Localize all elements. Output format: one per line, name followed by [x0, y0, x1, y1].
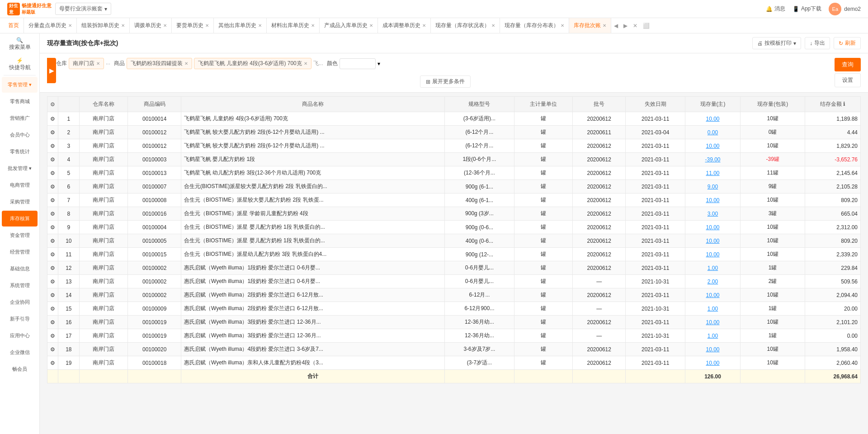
close-icon[interactable]: ✕ — [422, 23, 426, 28]
sidebar-item-marketing[interactable]: 营销推广 — [2, 110, 38, 126]
row-settings[interactable]: ⚙ — [47, 248, 58, 261]
row-settings[interactable]: ⚙ — [47, 180, 58, 193]
row-stock-main[interactable]: 9.00 — [685, 180, 740, 193]
filter-expand-btn[interactable]: ▶ — [47, 58, 56, 83]
sidebar-item-enterprise[interactable]: 企业协同 — [2, 294, 38, 310]
tab-home[interactable]: 首页 — [4, 18, 24, 33]
product-tag-2[interactable]: 飞鹤星飞帆 儿童奶粉 4段(3-6岁适用) 700克 ✕ — [194, 58, 311, 69]
tab-其他出库[interactable]: 其他出库单历史 ✕ — [214, 18, 267, 33]
nav-maximize-icon[interactable]: ⬜ — [640, 23, 652, 29]
product-remove-icon-2[interactable]: ✕ — [304, 61, 307, 66]
sidebar-item-member2[interactable]: 畅会员 — [2, 361, 38, 377]
sidebar-item-retail-stats[interactable]: 零售统计 — [2, 144, 38, 160]
sidebar-item-member[interactable]: 会员中心 — [2, 127, 38, 143]
row-settings[interactable]: ⚙ — [47, 221, 58, 234]
tab-材料出库[interactable]: 材料出库单历史 ✕ — [267, 18, 320, 33]
warehouse-remove-icon[interactable]: ✕ — [96, 61, 100, 66]
sidebar-item-wholesale[interactable]: 批发管理 ▾ — [2, 160, 38, 176]
sidebar-item-ecommerce[interactable]: 电商管理 — [2, 177, 38, 193]
refresh-btn[interactable]: ↻ 刷新 — [834, 37, 861, 49]
nav-prev-arrow[interactable]: ◀ — [611, 23, 621, 29]
close-icon[interactable]: ✕ — [491, 23, 495, 28]
expand-conditions-btn[interactable]: ⊞ 展开更多条件 — [420, 75, 471, 88]
close-icon[interactable]: ✕ — [205, 23, 209, 28]
color-dropdown-icon[interactable]: ▾ — [377, 61, 380, 67]
row-settings[interactable]: ⚙ — [47, 234, 58, 248]
row-settings[interactable]: ⚙ — [47, 302, 58, 316]
row-stock-main[interactable]: 10.00 — [685, 248, 740, 261]
close-icon[interactable]: ✕ — [121, 23, 125, 28]
row-settings[interactable]: ⚙ — [47, 316, 58, 329]
close-icon[interactable]: ✕ — [561, 23, 564, 28]
nav-next-arrow[interactable]: ▶ — [621, 23, 630, 29]
warehouse-tag[interactable]: 南岸门店 ✕ — [69, 58, 104, 69]
tab-要货单[interactable]: 要货单历史 ✕ — [172, 18, 214, 33]
row-settings[interactable]: ⚙ — [47, 153, 58, 166]
row-settings[interactable]: ⚙ — [47, 356, 58, 370]
close-icon[interactable]: ✕ — [68, 23, 72, 28]
messages-btn[interactable]: 🔔 消息 — [766, 5, 785, 13]
row-settings[interactable]: ⚙ — [47, 343, 58, 356]
sidebar-item-guide[interactable]: 新手引导 — [2, 311, 38, 327]
row-settings[interactable]: ⚙ — [47, 275, 58, 288]
sidebar-item-wechat[interactable]: 企业微信 — [2, 344, 38, 360]
nav-close-all-btn[interactable]: ✕ — [630, 23, 640, 29]
app-download-btn[interactable]: 📱 App下载 — [793, 5, 821, 13]
close-icon[interactable]: ✕ — [163, 23, 167, 28]
tab-组装拆卸[interactable]: 组装拆卸单历史 ✕ — [77, 18, 130, 33]
product-more[interactable]: 飞... — [313, 60, 323, 67]
row-stock-main[interactable]: -39.00 — [685, 153, 740, 166]
row-settings[interactable]: ⚙ — [47, 329, 58, 343]
sidebar-item-retail-mgmt[interactable]: 零售管理 ▾ — [2, 77, 38, 93]
setting-btn[interactable]: 设置 — [835, 73, 861, 87]
tab-现存量状况[interactable]: 现存量（库存状况表） ✕ — [431, 18, 500, 33]
close-icon[interactable]: ✕ — [311, 23, 315, 28]
sidebar-item-apps[interactable]: 应用中心 — [2, 328, 38, 344]
sidebar-item-system[interactable]: 系统管理 — [2, 278, 38, 293]
row-stock-main[interactable]: 11.00 — [685, 166, 740, 180]
store-selector[interactable]: 母婴行业演示账套 ▾ — [55, 3, 111, 15]
sidebar-item-finance[interactable]: 资金管理 — [2, 227, 38, 243]
warehouse-more[interactable]: ··· — [106, 61, 110, 67]
row-stock-main[interactable]: 10.00 — [685, 139, 740, 153]
sidebar-search-btn[interactable]: 🔍 搜索菜单 — [0, 33, 39, 55]
row-stock-main[interactable]: 10.00 — [685, 112, 740, 126]
tab-库存批次[interactable]: 库存批次账 ✕ — [569, 18, 611, 33]
row-settings[interactable]: ⚙ — [47, 207, 58, 221]
user-area[interactable]: Ea demo2 — [829, 3, 861, 15]
sidebar-quicknav-btn[interactable]: ⚡ 快捷导航 — [0, 55, 39, 74]
row-settings[interactable]: ⚙ — [47, 261, 58, 275]
query-btn[interactable]: 查询 — [835, 58, 861, 71]
tab-产成品[interactable]: 产成品入库单历史 ✕ — [320, 18, 378, 33]
tab-分量盘点[interactable]: 分量盘点单历史 ✕ — [24, 18, 77, 33]
sidebar-item-purchase[interactable]: 采购管理 — [2, 194, 38, 210]
row-stock-main[interactable]: 3.00 — [685, 207, 740, 221]
product-tag-1[interactable]: 飞鹤奶粉3段四罐提装 ✕ — [127, 58, 192, 69]
sidebar-item-retail-shop[interactable]: 零售商城 — [2, 94, 38, 109]
close-icon[interactable]: ✕ — [603, 23, 606, 28]
row-stock-main[interactable]: 10.00 — [685, 343, 740, 356]
row-settings[interactable]: ⚙ — [47, 166, 58, 180]
row-settings[interactable]: ⚙ — [47, 112, 58, 126]
row-stock-main[interactable]: 10.00 — [685, 288, 740, 302]
sidebar-item-inventory[interactable]: 库存核算 — [2, 211, 38, 226]
tab-成本调整[interactable]: 成本调整单历史 ✕ — [378, 18, 431, 33]
row-stock-main[interactable]: 10.00 — [685, 356, 740, 370]
sidebar-item-basic[interactable]: 基础信息 — [2, 261, 38, 277]
product-remove-icon-1[interactable]: ✕ — [184, 61, 188, 66]
row-stock-main[interactable]: 10.00 — [685, 193, 740, 207]
row-stock-main[interactable]: 10.00 — [685, 316, 740, 329]
col-settings[interactable]: ⚙ — [47, 97, 58, 112]
row-stock-main[interactable]: 10.00 — [685, 221, 740, 234]
row-stock-main[interactable]: 1.00 — [685, 302, 740, 316]
close-icon[interactable]: ✕ — [369, 23, 373, 28]
close-icon[interactable]: ✕ — [258, 23, 262, 28]
row-settings[interactable]: ⚙ — [47, 193, 58, 207]
row-stock-main[interactable]: 10.00 — [685, 234, 740, 248]
row-settings[interactable]: ⚙ — [47, 288, 58, 302]
row-stock-main[interactable]: 2.00 — [685, 275, 740, 288]
tab-调拨单[interactable]: 调拨单历史 ✕ — [130, 18, 172, 33]
tab-现存量分布[interactable]: 现存量（库存分布表） ✕ — [500, 18, 569, 33]
row-stock-main[interactable]: 1.00 — [685, 329, 740, 343]
color-input[interactable] — [340, 58, 376, 69]
